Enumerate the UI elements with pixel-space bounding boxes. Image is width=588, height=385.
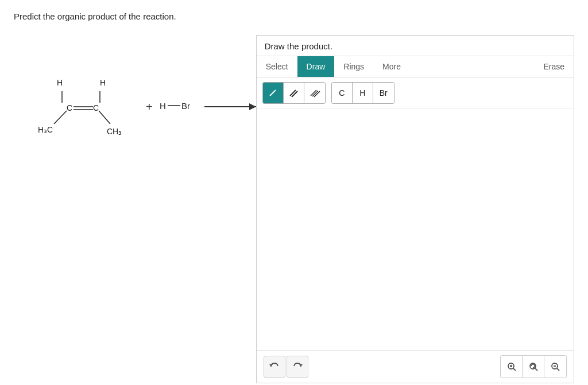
zoom-controls — [500, 355, 567, 378]
bond-button-group — [262, 82, 326, 104]
bottom-left-buttons — [264, 356, 308, 378]
page: Predict the organic product of the react… — [0, 0, 588, 385]
undo-icon — [269, 361, 280, 372]
svg-text:Br: Br — [181, 101, 190, 111]
svg-line-10 — [99, 111, 110, 124]
hbr-molecule: H Br — [158, 98, 204, 116]
reactant-molecule: H H C C H₃C CH₃ — [25, 69, 140, 144]
double-bond-icon — [288, 88, 299, 98]
undo-button[interactable] — [264, 356, 285, 378]
redo-button[interactable] — [287, 356, 308, 378]
erase-label[interactable]: Erase — [534, 62, 574, 71]
hydrogen-button[interactable]: H — [353, 83, 373, 103]
tab-more[interactable]: More — [373, 56, 410, 77]
svg-line-15 — [270, 90, 276, 96]
svg-line-28 — [535, 368, 537, 371]
carbon-button[interactable]: C — [332, 83, 353, 103]
svg-line-16 — [290, 90, 296, 96]
svg-line-8 — [54, 111, 67, 124]
reaction-arrow — [204, 106, 256, 107]
single-bond-button[interactable] — [263, 83, 284, 103]
zoom-out-icon — [550, 361, 560, 372]
svg-text:C: C — [93, 103, 99, 112]
triple-bond-button[interactable] — [304, 83, 325, 103]
double-bond-button[interactable] — [284, 83, 304, 103]
main-content: H H C C H₃C CH₃ — [14, 35, 574, 383]
svg-line-31 — [557, 368, 559, 371]
question-text: Predict the organic product of the react… — [14, 11, 574, 21]
svg-marker-22 — [299, 364, 303, 367]
redo-icon — [292, 361, 303, 372]
tab-draw[interactable]: Draw — [297, 56, 335, 77]
single-bond-icon — [268, 88, 278, 98]
svg-line-26 — [513, 368, 516, 371]
svg-text:H: H — [57, 78, 63, 87]
bottom-toolbar — [257, 350, 574, 383]
zoom-reset-button[interactable] — [523, 356, 544, 378]
molecule-area: H H C C H₃C CH₃ — [14, 35, 256, 144]
svg-text:H: H — [160, 101, 166, 111]
tool-buttons: C H Br — [257, 77, 574, 109]
plus-sign: + — [146, 100, 153, 114]
svg-marker-21 — [269, 364, 273, 367]
draw-panel-title: Draw the product. — [257, 36, 574, 56]
zoom-out-button[interactable] — [544, 356, 566, 378]
element-button-group: C H Br — [331, 82, 394, 104]
bromine-button[interactable]: Br — [373, 83, 394, 103]
toolbar: Select Draw Rings More Erase — [257, 56, 574, 77]
tab-rings[interactable]: Rings — [334, 56, 373, 77]
svg-text:H₃C: H₃C — [38, 125, 53, 134]
zoom-in-button[interactable] — [501, 356, 523, 378]
draw-panel: Draw the product. Select Draw Rings More… — [256, 35, 574, 383]
svg-line-17 — [292, 91, 297, 97]
zoom-reset-icon — [528, 361, 539, 372]
svg-text:C: C — [67, 103, 72, 112]
zoom-in-icon — [506, 361, 517, 372]
draw-canvas[interactable] — [257, 109, 574, 350]
svg-text:H: H — [100, 78, 106, 87]
triple-bond-icon — [308, 88, 321, 98]
tab-select[interactable]: Select — [257, 56, 297, 77]
svg-text:CH₃: CH₃ — [107, 127, 122, 136]
